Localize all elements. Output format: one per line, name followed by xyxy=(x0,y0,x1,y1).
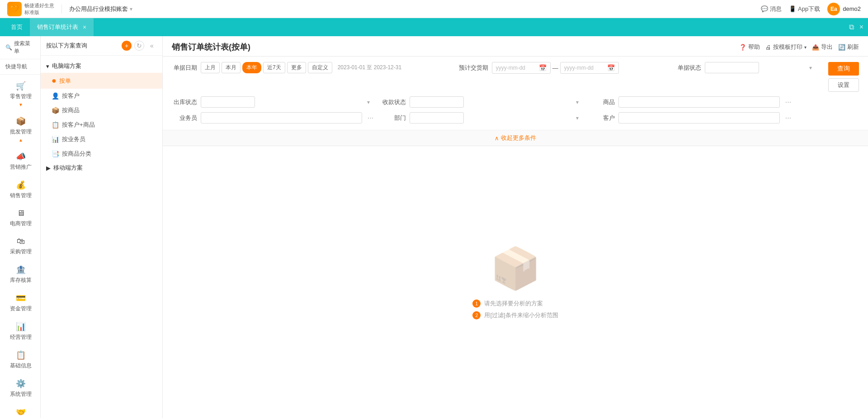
collapse-panel-btn[interactable]: « xyxy=(147,41,157,51)
goods-more-btn[interactable]: ··· xyxy=(785,99,791,106)
tree-item-by-order[interactable]: ● 按单 xyxy=(41,73,162,89)
empty-tips: 1 请先选择要分析的方案 2 用[过滤]条件来缩小分析范围 xyxy=(472,299,558,319)
refresh-btn[interactable]: 🔄 刷新 xyxy=(838,43,859,51)
filter-goods-col: 商品 ··· xyxy=(590,96,791,108)
tab-home[interactable]: 首页 xyxy=(4,18,30,36)
app-title[interactable]: 办公用品行业模拟账套 ▾ xyxy=(69,5,132,13)
sidebar-item-collab[interactable]: 🤝 企业协同 xyxy=(0,403,40,418)
message-btn[interactable]: 💬 消息 xyxy=(761,5,782,13)
tree-mobile-expand-icon: ▶ xyxy=(46,165,51,171)
date-filter-group: 上月 本月 本年 近7天 更多 自定义 xyxy=(201,62,332,73)
customer-goods-icon: 📋 xyxy=(52,121,59,128)
filter-row-3: 业务员 ··· 部门 客户 xyxy=(172,112,859,124)
dept-wrapper xyxy=(410,112,582,124)
refresh-icon: 🔄 xyxy=(838,44,845,51)
tree-expand-icon: ▾ xyxy=(46,63,49,70)
tree-item-by-customer-goods[interactable]: 📋 按客户+商品 xyxy=(41,118,162,132)
dept-select[interactable] xyxy=(410,112,464,124)
wholesale-icon: 📦 xyxy=(16,116,26,126)
customer-label: 客户 xyxy=(590,114,615,122)
sidebar-item-marketing[interactable]: 📣 营销推广 xyxy=(0,147,40,176)
tree-item-by-category[interactable]: 📑 按商品分类 xyxy=(41,147,162,161)
date-more-btn[interactable]: 更多 xyxy=(287,62,306,73)
sidebar-item-wholesale[interactable]: 📦 批发管理 ▲ xyxy=(0,112,40,147)
top-bar-right: 💬 消息 📱 App下载 Ea demo2 xyxy=(761,3,861,15)
tree-item-by-salesperson[interactable]: 📊 按业务员 xyxy=(41,132,162,147)
sidebar-item-ecom[interactable]: 🖥 电商管理 xyxy=(0,204,40,232)
sidebar-item-sales[interactable]: 💰 销售管理 xyxy=(0,176,40,204)
date-this-month-btn[interactable]: 本月 xyxy=(222,62,241,73)
filter-expected-date-col: 预计交货期 yyyy-mm-dd 📅 — yyyy-mm-dd 📅 xyxy=(459,62,669,74)
expected-date-start[interactable]: yyyy-mm-dd 📅 xyxy=(492,62,551,74)
sidebar-search-menu[interactable]: 🔍 搜索菜单 xyxy=(0,36,40,59)
window-restore-btn[interactable]: ⧉ xyxy=(848,22,855,32)
filter-status-col: 单据状态 xyxy=(676,62,816,73)
goods-input[interactable] xyxy=(618,96,780,108)
date-this-year-btn[interactable]: 本年 xyxy=(242,62,261,73)
sidebar-nav-items: 🛒 零售管理 ▼ 📦 批发管理 ▲ 📣 营销推广 💰 销售管理 🖥 电商管理 xyxy=(0,75,40,418)
expected-date-label: 预计交货期 xyxy=(459,64,488,72)
date-last-month-btn[interactable]: 上月 xyxy=(201,62,220,73)
status-select[interactable] xyxy=(705,62,759,73)
tab-close-btn[interactable]: × xyxy=(83,24,86,31)
date-range-text: 2023-01-01 至 2023-12-31 xyxy=(338,64,401,71)
left-panel-title: 按以下方案查询 xyxy=(46,42,87,50)
right-panel: 销售订单统计表(按单) ❓ 帮助 🖨 按模板打印 ▾ 📤 导出 xyxy=(163,36,868,418)
top-bar-left: 🧡 畅捷通好生意 标准版 办公用品行业模拟账套 ▾ xyxy=(7,2,132,16)
sidebar-item-finance[interactable]: 💳 资金管理 xyxy=(0,289,40,317)
query-btn[interactable]: 查询 xyxy=(828,62,859,76)
collapse-conditions-btn[interactable]: ∧ 收起更多条件 xyxy=(495,134,536,142)
tab-sales-stats[interactable]: 销售订单统计表 × xyxy=(30,18,94,36)
sidebar-item-purchase[interactable]: 🛍 采购管理 xyxy=(0,232,40,260)
tree-item-by-goods[interactable]: 📦 按商品 xyxy=(41,103,162,118)
date-7days-btn[interactable]: 近7天 xyxy=(263,62,285,73)
receipt-status-select[interactable] xyxy=(410,96,464,108)
tree-group-mobile[interactable]: ▶ 移动端方案 xyxy=(41,161,162,175)
download-icon: 📱 xyxy=(789,5,796,12)
customer-more-btn[interactable]: ··· xyxy=(785,114,791,122)
sidebar-item-system[interactable]: ⚙️ 系统管理 xyxy=(0,374,40,403)
tree-item-by-customer[interactable]: 👤 按客户 xyxy=(41,89,162,103)
sidebar-item-retail[interactable]: 🛒 零售管理 ▼ xyxy=(0,76,40,112)
date-label: 单据日期 xyxy=(172,64,197,72)
sidebar: 🔍 搜索菜单 快捷导航 🛒 零售管理 ▼ 📦 批发管理 ▲ 📣 营销推广 💰 xyxy=(0,36,41,418)
out-status-select[interactable] xyxy=(201,96,255,108)
export-btn[interactable]: 📤 导出 xyxy=(812,43,833,51)
tree-group-pc[interactable]: ▾ 电脑端方案 xyxy=(41,59,162,73)
user-profile[interactable]: Ea demo2 xyxy=(827,3,861,15)
app-download-btn[interactable]: 📱 App下载 xyxy=(789,5,820,13)
date-custom-btn[interactable]: 自定义 xyxy=(308,62,332,73)
expected-date-end[interactable]: yyyy-mm-dd 📅 xyxy=(560,62,619,74)
sidebar-item-ops[interactable]: 📊 经营管理 xyxy=(0,317,40,346)
tab-bar: 首页 销售订单统计表 × ⧉ × xyxy=(0,18,868,36)
help-btn[interactable]: ❓ 帮助 xyxy=(739,43,760,51)
out-status-label: 出库状态 xyxy=(172,98,197,106)
dropdown-icon[interactable]: ▾ xyxy=(130,6,132,12)
salesperson-input[interactable] xyxy=(201,112,362,124)
sidebar-quick-nav[interactable]: 快捷导航 xyxy=(0,59,40,75)
out-status-wrapper xyxy=(201,96,373,108)
goods-scheme-icon: 📦 xyxy=(52,107,59,114)
export-icon: 📤 xyxy=(812,44,819,51)
salesperson-more-btn[interactable]: ··· xyxy=(368,114,373,122)
salesperson-label: 业务员 xyxy=(172,114,197,122)
refresh-scheme-btn[interactable]: ↻ xyxy=(134,41,144,51)
tree-group-label: 电脑端方案 xyxy=(52,62,81,70)
sidebar-item-basic[interactable]: 📋 基础信息 xyxy=(0,346,40,374)
print-btn[interactable]: 🖨 按模板打印 ▾ xyxy=(765,43,807,51)
add-scheme-btn[interactable]: + xyxy=(122,41,132,51)
status-select-wrapper xyxy=(705,62,816,73)
filter-salesperson-col: 业务员 ··· xyxy=(172,112,373,124)
sidebar-item-inventory[interactable]: 🏦 库存核算 xyxy=(0,260,40,289)
filter-outstatus-col: 出库状态 xyxy=(172,96,373,108)
retail-icon: 🛒 xyxy=(16,81,26,91)
window-close-btn[interactable]: × xyxy=(859,22,864,32)
customer-input[interactable] xyxy=(618,112,780,124)
filter-receiptstatus-col: 收款状态 xyxy=(381,96,582,108)
setting-btn[interactable]: 设置 xyxy=(828,78,859,92)
sales-icon: 💰 xyxy=(16,180,26,190)
goods-label: 商品 xyxy=(590,98,615,106)
content-area: 按以下方案查询 + ↻ « ▾ 电脑端方案 ● 按单 👤 按客户 xyxy=(41,36,868,418)
page-title: 销售订单统计表(按单) xyxy=(172,42,250,52)
filter-customer-col: 客户 ··· xyxy=(590,112,791,124)
